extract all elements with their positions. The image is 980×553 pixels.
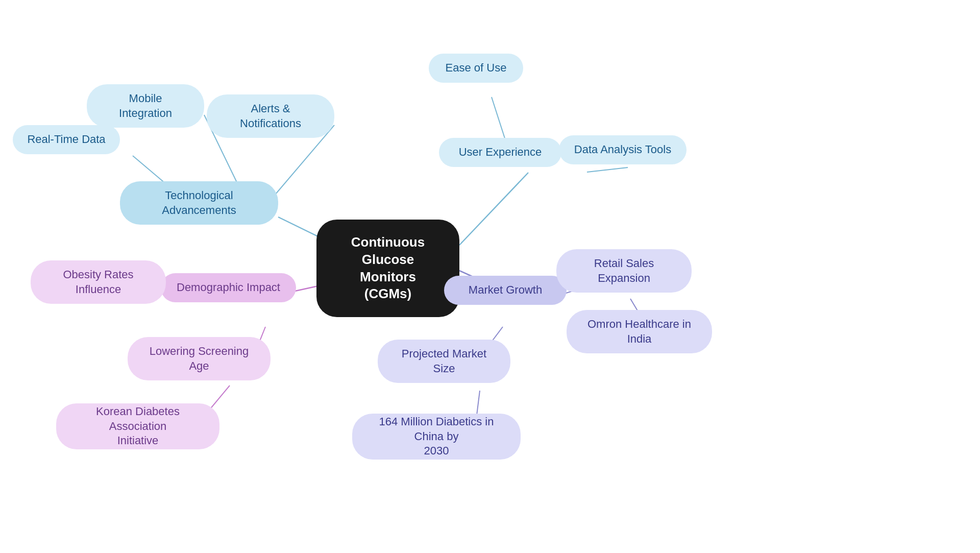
user-experience-node: User Experience (439, 138, 561, 167)
china-diabetics-node: 164 Million Diabetics in China by 2030 (352, 414, 521, 460)
projected-market-size-node: Projected Market Size (378, 340, 510, 383)
korean-diabetes-node: Korean Diabetes Association Initiative (56, 403, 219, 449)
retail-sales-node: Retail Sales Expansion (556, 249, 692, 293)
real-time-data-node: Real-Time Data (13, 125, 120, 154)
alerts-notifications-node: Alerts & Notifications (207, 94, 334, 138)
omron-healthcare-node: Omron Healthcare in India (567, 310, 712, 353)
center-node: Continuous Glucose Monitors (CGMs) (316, 220, 459, 317)
lowering-screening-age-node: Lowering Screening Age (128, 337, 271, 380)
market-growth-node: Market Growth (444, 276, 567, 305)
mobile-integration-node: Mobile Integration (87, 84, 204, 128)
ease-of-use-node: Ease of Use (429, 54, 523, 83)
svg-line-6 (587, 167, 628, 172)
svg-line-4 (459, 173, 528, 245)
data-analysis-tools-node: Data Analysis Tools (559, 135, 687, 164)
demographic-impact-node: Demographic Impact (161, 273, 296, 302)
obesity-rates-node: Obesity Rates Influence (31, 260, 166, 304)
tech-advancements-node: Technological Advancements (120, 181, 278, 225)
mindmap-container: Continuous Glucose Monitors (CGMs) Techn… (0, 0, 980, 553)
